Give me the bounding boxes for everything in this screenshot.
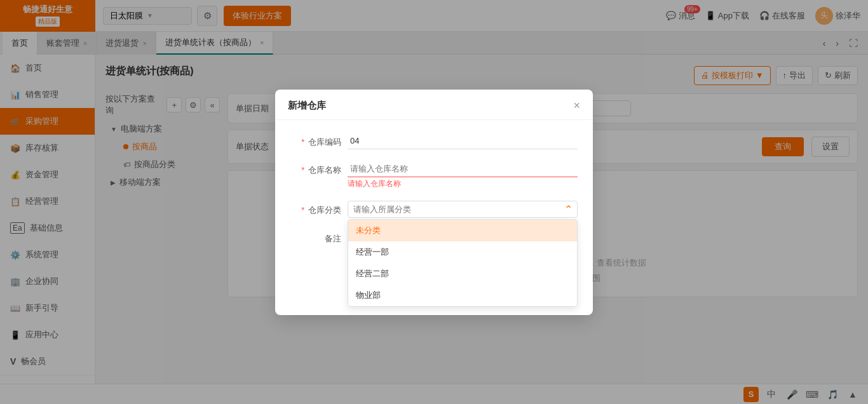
new-warehouse-dialog: 新增仓库 × * 仓库编码 * 仓库名称 [275, 90, 593, 315]
form-row-category: * 仓库分类 ⌃ 未分类 经营一部 经营二部 物业部 [290, 201, 578, 218]
name-label: * 仓库名称 [290, 161, 341, 176]
name-required-mark: * [301, 165, 304, 175]
dialog-body: * 仓库编码 * 仓库名称 请输入仓库名称 [275, 120, 593, 263]
form-row-code: * 仓库编码 [290, 133, 578, 149]
dropdown-item-0[interactable]: 未分类 [348, 220, 577, 241]
form-row-name: * 仓库名称 请输入仓库名称 [290, 161, 578, 189]
code-input[interactable] [348, 133, 578, 149]
note-label: 备注 [290, 229, 341, 245]
name-field: 请输入仓库名称 [348, 161, 578, 189]
code-label: * 仓库编码 [290, 133, 341, 148]
dialog-overlay: 新增仓库 × * 仓库编码 * 仓库名称 [0, 0, 868, 404]
category-required-mark: * [301, 205, 304, 215]
category-dropdown: 未分类 经营一部 经营二部 物业部 [348, 219, 578, 307]
dropdown-item-3[interactable]: 物业部 [348, 285, 577, 306]
dialog-header: 新增仓库 × [275, 90, 593, 120]
code-required-mark: * [301, 137, 304, 147]
name-error-msg: 请输入仓库名称 [348, 178, 578, 189]
code-field [348, 133, 578, 149]
dropdown-item-2[interactable]: 经营二部 [348, 263, 577, 285]
category-toggle-icon[interactable]: ⌃ [564, 203, 573, 215]
dialog-close-btn[interactable]: × [573, 100, 580, 111]
dialog-title: 新增仓库 [288, 100, 326, 112]
name-input[interactable] [348, 161, 578, 177]
category-field: ⌃ 未分类 经营一部 经营二部 物业部 [348, 201, 578, 218]
category-label: * 仓库分类 [290, 201, 341, 216]
dropdown-item-1[interactable]: 经营一部 [348, 241, 577, 263]
category-input[interactable] [348, 201, 578, 218]
